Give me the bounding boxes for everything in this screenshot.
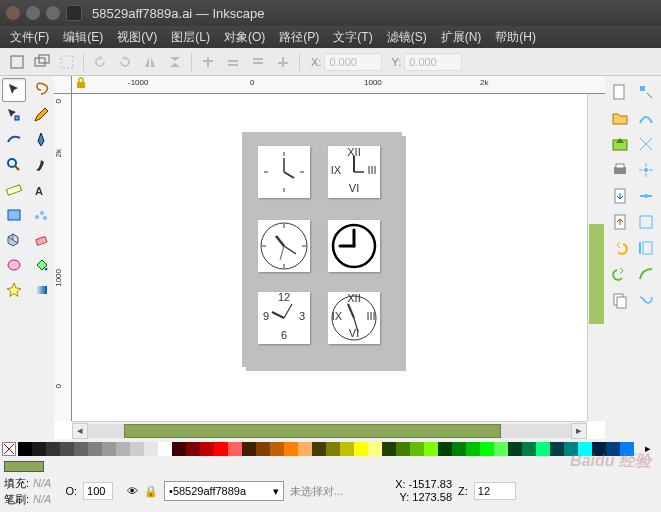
canvas[interactable]: XIIIIIVIIX 12369 XIIIIIVIIX bbox=[72, 94, 587, 421]
opacity-input[interactable]: 100 bbox=[83, 482, 113, 500]
scrollbar-h-thumb[interactable] bbox=[124, 424, 501, 438]
toolbar-deselect-icon[interactable] bbox=[56, 51, 78, 73]
dock-redo-icon[interactable] bbox=[608, 262, 632, 286]
visibility-toggle-icon[interactable]: 👁 bbox=[127, 485, 138, 497]
dock-snap-center-icon[interactable] bbox=[634, 158, 658, 182]
window-maximize-button[interactable] bbox=[46, 6, 60, 20]
palette-swatch[interactable] bbox=[32, 442, 46, 456]
dock-export-icon[interactable] bbox=[608, 210, 632, 234]
scrollbar-vertical[interactable] bbox=[587, 94, 605, 421]
tool-star[interactable] bbox=[2, 278, 26, 302]
dock-snap-object-icon[interactable] bbox=[634, 210, 658, 234]
palette-swatch[interactable] bbox=[480, 442, 494, 456]
tool-zoom[interactable] bbox=[2, 153, 26, 177]
palette-swatch[interactable] bbox=[298, 442, 312, 456]
tool-3dbox[interactable] bbox=[2, 228, 26, 252]
palette-swatch[interactable] bbox=[102, 442, 116, 456]
palette-swatch[interactable] bbox=[354, 442, 368, 456]
menu-text[interactable]: 文字(T) bbox=[327, 27, 378, 48]
ruler-horizontal[interactable]: -1000 0 1000 2k bbox=[72, 76, 605, 94]
palette-swatch[interactable] bbox=[424, 442, 438, 456]
menu-edit[interactable]: 编辑(E) bbox=[57, 27, 109, 48]
menu-view[interactable]: 视图(V) bbox=[111, 27, 163, 48]
palette-swatch[interactable] bbox=[18, 442, 32, 456]
tool-text[interactable]: A bbox=[29, 178, 53, 202]
dock-snap-corner-icon[interactable] bbox=[634, 262, 658, 286]
palette-swatch[interactable] bbox=[60, 442, 74, 456]
zoom-input[interactable]: 12 bbox=[474, 482, 516, 500]
ruler-corner[interactable] bbox=[54, 76, 72, 94]
tool-tweak[interactable] bbox=[2, 128, 26, 152]
palette-swatch[interactable] bbox=[368, 442, 382, 456]
dock-new-icon[interactable] bbox=[608, 80, 632, 104]
dock-snap-edge-icon[interactable] bbox=[634, 236, 658, 260]
tool-node-editor[interactable] bbox=[2, 103, 26, 127]
palette-swatch[interactable] bbox=[116, 442, 130, 456]
palette-swatch[interactable] bbox=[438, 442, 452, 456]
palette-swatch[interactable] bbox=[46, 442, 60, 456]
palette-swatch[interactable] bbox=[130, 442, 144, 456]
dock-open-icon[interactable] bbox=[608, 106, 632, 130]
menu-path[interactable]: 路径(P) bbox=[273, 27, 325, 48]
palette-swatch[interactable] bbox=[242, 442, 256, 456]
palette-swatch[interactable] bbox=[522, 442, 536, 456]
menu-layer[interactable]: 图层(L) bbox=[165, 27, 216, 48]
palette-swatch[interactable] bbox=[186, 442, 200, 456]
window-close-button[interactable] bbox=[6, 6, 20, 20]
x-input[interactable]: 0.000 bbox=[324, 53, 382, 71]
window-minimize-button[interactable] bbox=[26, 6, 40, 20]
dock-copy-icon[interactable] bbox=[608, 288, 632, 312]
scrollbar-horizontal[interactable]: ◂ ▸ bbox=[72, 421, 587, 439]
dock-snap-node-icon[interactable] bbox=[634, 80, 658, 104]
palette-swatch[interactable] bbox=[508, 442, 522, 456]
tool-paint-bucket[interactable] bbox=[29, 253, 53, 277]
toolbar-raise-icon[interactable] bbox=[222, 51, 244, 73]
tool-spray[interactable] bbox=[29, 203, 53, 227]
scroll-left-icon[interactable]: ◂ bbox=[72, 423, 88, 439]
toolbar-rotate-cw-icon[interactable] bbox=[114, 51, 136, 73]
menu-help[interactable]: 帮助(H) bbox=[489, 27, 542, 48]
tool-rectangle[interactable] bbox=[2, 203, 26, 227]
tool-pencil[interactable] bbox=[29, 103, 53, 127]
palette-swatch[interactable] bbox=[494, 442, 508, 456]
palette-swatch[interactable] bbox=[158, 442, 172, 456]
tool-calligraphy[interactable] bbox=[29, 153, 53, 177]
tool-selector[interactable] bbox=[2, 78, 26, 102]
palette-swatch[interactable] bbox=[382, 442, 396, 456]
menu-filter[interactable]: 滤镜(S) bbox=[381, 27, 433, 48]
y-input[interactable]: 0.000 bbox=[404, 53, 462, 71]
dock-import-icon[interactable] bbox=[608, 184, 632, 208]
palette-swatch[interactable] bbox=[172, 442, 186, 456]
menu-file[interactable]: 文件(F) bbox=[4, 27, 55, 48]
dock-snap-intersect-icon[interactable] bbox=[634, 132, 658, 156]
palette-swatch[interactable] bbox=[270, 442, 284, 456]
dock-print-icon[interactable] bbox=[608, 158, 632, 182]
scroll-right-icon[interactable]: ▸ bbox=[571, 423, 587, 439]
menu-extension[interactable]: 扩展(N) bbox=[435, 27, 488, 48]
toolbar-flip-h-icon[interactable] bbox=[139, 51, 161, 73]
toolbar-raise-top-icon[interactable] bbox=[197, 51, 219, 73]
tool-spiral[interactable] bbox=[29, 78, 53, 102]
scrollbar-v-thumb[interactable] bbox=[589, 224, 604, 324]
palette-swatch[interactable] bbox=[228, 442, 242, 456]
toolbar-lower-bottom-icon[interactable] bbox=[272, 51, 294, 73]
toolbar-rotate-ccw-icon[interactable] bbox=[89, 51, 111, 73]
dock-save-icon[interactable] bbox=[608, 132, 632, 156]
palette-swatch[interactable] bbox=[550, 442, 564, 456]
palette-swatch[interactable] bbox=[284, 442, 298, 456]
layer-selector[interactable]: •58529aff7889a ▾ bbox=[164, 481, 284, 501]
palette-swatch[interactable] bbox=[410, 442, 424, 456]
palette-swatch[interactable] bbox=[214, 442, 228, 456]
toolbar-lower-icon[interactable] bbox=[247, 51, 269, 73]
tool-measure[interactable] bbox=[2, 178, 26, 202]
dock-undo-icon[interactable] bbox=[608, 236, 632, 260]
palette-swatch[interactable] bbox=[340, 442, 354, 456]
palette-swatch[interactable] bbox=[466, 442, 480, 456]
lock-toggle-icon[interactable]: 🔒 bbox=[144, 485, 158, 498]
tool-gradient[interactable] bbox=[29, 278, 53, 302]
tool-pen[interactable] bbox=[29, 128, 53, 152]
palette-swatch[interactable] bbox=[200, 442, 214, 456]
toolbar-flip-v-icon[interactable] bbox=[164, 51, 186, 73]
toolbar-select-all-icon[interactable] bbox=[6, 51, 28, 73]
dock-snap-path-icon[interactable] bbox=[634, 106, 658, 130]
